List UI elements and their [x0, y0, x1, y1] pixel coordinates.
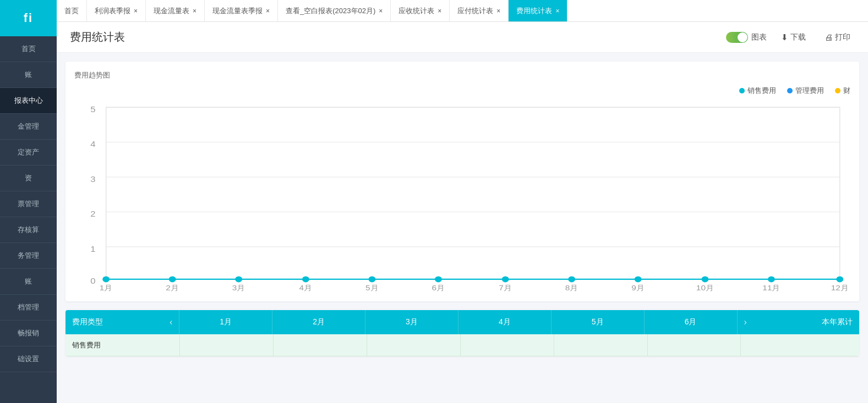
svg-text:3月: 3月 — [232, 284, 245, 292]
tab-1[interactable]: 利润表季报× — [87, 0, 146, 22]
tab-6[interactable]: 应付统计表× — [450, 0, 509, 22]
sidebar-item-10[interactable]: 档管理 — [0, 295, 57, 321]
tab-label: 现金流量表 — [154, 6, 189, 16]
td-m3 — [367, 334, 461, 356]
legend-item-0: 销售费用 — [739, 86, 776, 96]
svg-text:10月: 10月 — [696, 284, 714, 292]
table-row: 销售费用 — [65, 334, 859, 356]
svg-text:7月: 7月 — [499, 284, 512, 292]
svg-point-22 — [702, 276, 709, 282]
page-title: 费用统计表 — [70, 30, 125, 45]
td-type: 销售费用 — [65, 334, 180, 356]
tab-label: 现金流量表季报 — [212, 6, 263, 16]
tab-5[interactable]: 应收统计表× — [391, 0, 450, 22]
td-m4 — [461, 334, 554, 356]
sidebar-item-6[interactable]: 票管理 — [0, 191, 57, 217]
chart-title: 费用趋势图 — [74, 70, 850, 80]
sidebar-item-1[interactable]: 账 — [0, 62, 57, 88]
chart-section: 费用趋势图 销售费用管理费用财 5 4 3 2 1 0 — [65, 62, 859, 301]
th-month-5: 5月 — [552, 310, 645, 334]
th-type: 费用类型 ‹ — [65, 310, 179, 334]
main-area: 首页利润表季报×现金流量表×现金流量表季报×查看_空白报表(2023年02月)×… — [57, 0, 868, 403]
th-total: › 本年累计 — [738, 310, 859, 334]
tab-label: 费用统计表 — [516, 6, 552, 16]
td-m6 — [648, 334, 741, 356]
prev-month-arrow[interactable]: ‹ — [170, 317, 172, 327]
print-icon: 🖨 — [825, 32, 833, 42]
svg-text:1月: 1月 — [100, 284, 113, 292]
th-month-2: 2月 — [272, 310, 365, 334]
sidebar-item-12[interactable]: 础设置 — [0, 346, 57, 372]
download-label: 下载 — [790, 32, 806, 42]
tab-7[interactable]: 费用统计表× — [509, 0, 567, 22]
download-icon: ⬇ — [781, 32, 788, 42]
table-header: 费用类型 ‹ 1月 2月 3月 4月 5月 6月 › 本年累计 — [65, 310, 859, 334]
legend-label-1: 管理费用 — [795, 86, 824, 96]
svg-point-14 — [169, 276, 176, 282]
toggle-thumb — [738, 32, 747, 42]
sidebar-item-2[interactable]: 报表中心 — [0, 88, 57, 114]
tab-close-icon[interactable]: × — [193, 8, 196, 14]
svg-text:1: 1 — [90, 245, 95, 253]
header-actions: 图表 ⬇ 下载 🖨 打印 — [726, 30, 855, 45]
td-m5 — [554, 334, 648, 356]
next-month-arrow[interactable]: › — [744, 317, 747, 327]
tab-close-icon[interactable]: × — [379, 8, 383, 14]
tab-close-icon[interactable]: × — [134, 8, 138, 14]
svg-text:11月: 11月 — [762, 284, 780, 292]
svg-text:2: 2 — [90, 209, 95, 218]
svg-text:4月: 4月 — [299, 284, 313, 292]
tab-label: 首页 — [64, 6, 79, 16]
legend-item-2: 财 — [835, 86, 850, 96]
print-label: 打印 — [835, 32, 850, 42]
tab-0[interactable]: 首页 — [57, 0, 87, 22]
legend-label-0: 销售费用 — [747, 86, 776, 96]
svg-text:0: 0 — [90, 277, 95, 285]
svg-text:5: 5 — [90, 105, 95, 114]
tab-close-icon[interactable]: × — [496, 8, 500, 14]
sidebar-item-7[interactable]: 存核算 — [0, 217, 57, 243]
svg-text:6月: 6月 — [432, 284, 445, 292]
svg-point-19 — [502, 276, 509, 282]
tab-label: 应付统计表 — [457, 6, 493, 16]
svg-point-15 — [235, 276, 242, 282]
td-total — [741, 334, 859, 356]
td-m1 — [180, 334, 274, 356]
th-month-3: 3月 — [365, 310, 458, 334]
svg-text:4: 4 — [90, 140, 96, 148]
sidebar-item-3[interactable]: 金管理 — [0, 114, 57, 140]
sidebar-item-0[interactable]: 首页 — [0, 36, 57, 62]
tab-close-icon[interactable]: × — [555, 8, 559, 14]
download-button[interactable]: ⬇ 下载 — [777, 30, 810, 45]
page-header: 费用统计表 图表 ⬇ 下载 🖨 打印 — [57, 22, 868, 53]
sidebar-item-11[interactable]: 畅报销 — [0, 321, 57, 346]
svg-text:12月: 12月 — [831, 284, 849, 292]
tab-label: 查看_空白报表(2023年02月) — [286, 6, 375, 16]
sidebar-nav: 首页账报表中心金管理定资产资票管理存核算务管理账档管理畅报销础设置 — [0, 36, 57, 403]
svg-text:5月: 5月 — [365, 284, 379, 292]
svg-point-24 — [836, 276, 843, 282]
legend-item-1: 管理费用 — [787, 86, 824, 96]
svg-point-20 — [568, 276, 575, 282]
tab-4[interactable]: 查看_空白报表(2023年02月)× — [278, 0, 391, 22]
sidebar-item-5[interactable]: 资 — [0, 165, 57, 191]
svg-point-16 — [302, 276, 309, 282]
tab-2[interactable]: 现金流量表× — [146, 0, 205, 22]
svg-text:8月: 8月 — [565, 284, 578, 292]
th-type-label: 费用类型 — [72, 317, 103, 327]
sidebar-logo: fi — [0, 0, 57, 36]
print-button[interactable]: 🖨 打印 — [820, 30, 855, 45]
tab-close-icon[interactable]: × — [438, 8, 441, 14]
tab-3[interactable]: 现金流量表季报× — [205, 0, 278, 22]
legend-dot-0 — [739, 88, 745, 93]
sidebar-item-8[interactable]: 务管理 — [0, 243, 57, 269]
td-m2 — [274, 334, 367, 356]
chart-toggle[interactable]: 图表 — [726, 32, 767, 43]
chart-legend: 销售费用管理费用财 — [74, 86, 850, 96]
tab-close-icon[interactable]: × — [266, 8, 270, 14]
sidebar-item-4[interactable]: 定资产 — [0, 140, 57, 165]
th-month-4: 4月 — [458, 310, 552, 334]
sidebar-item-9[interactable]: 账 — [0, 269, 57, 295]
th-total-label: 本年累计 — [822, 317, 853, 327]
svg-text:2月: 2月 — [166, 284, 179, 292]
